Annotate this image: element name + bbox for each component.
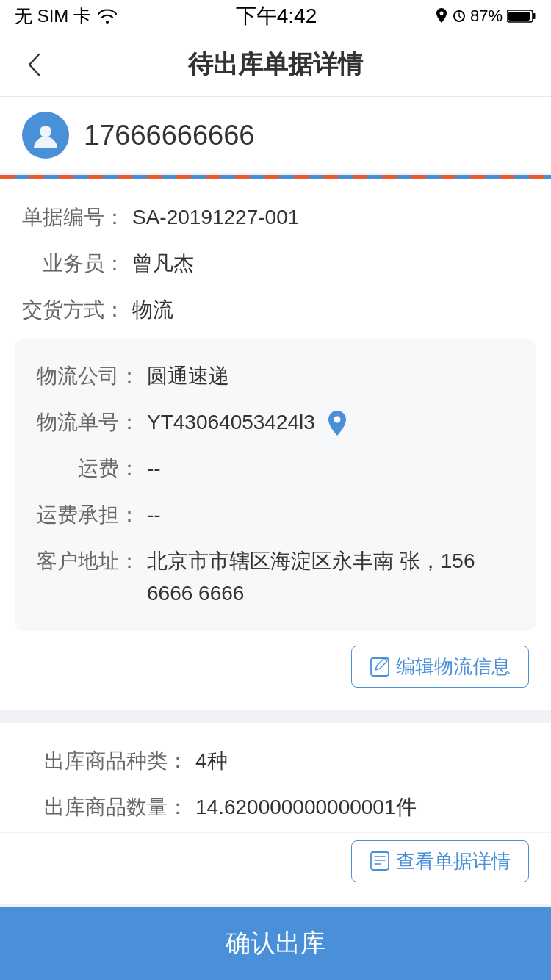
basic-info-section: 单据编号： SA-20191227-001 业务员： 曾凡杰 交货方式： 物流 … xyxy=(0,179,551,710)
svg-rect-8 xyxy=(371,852,389,870)
battery-icon xyxy=(507,9,536,24)
freight-bearer-row: 运费承担： -- xyxy=(37,499,514,532)
svg-point-0 xyxy=(439,12,443,15)
customer-header: 17666666666 xyxy=(0,97,551,173)
salesman-label: 业务员： xyxy=(22,248,125,281)
tracking-value: YT43064053424l3 xyxy=(147,406,514,439)
outbound-quantity-row: 出库商品数量： 14.620000000000001件 xyxy=(22,791,529,824)
outbound-types-value: 4种 xyxy=(195,745,507,778)
delivery-method-label: 交货方式： xyxy=(22,294,125,327)
order-number-label: 单据编号： xyxy=(22,201,125,234)
alarm-icon xyxy=(453,8,466,24)
freight-row: 运费： -- xyxy=(37,453,514,486)
back-button[interactable] xyxy=(18,48,50,81)
outbound-types-row: 出库商品种类： 4种 xyxy=(22,745,529,778)
freight-bearer-label: 运费承担： xyxy=(37,499,140,532)
confirm-outbound-label: 确认出库 xyxy=(226,926,325,960)
outbound-types-label: 出库商品种类： xyxy=(44,745,188,778)
logistics-company-row: 物流公司： 圆通速递 xyxy=(37,360,514,393)
customer-address-label: 客户地址： xyxy=(37,545,140,578)
status-left: 无 SIM 卡 xyxy=(15,4,118,28)
view-details-button[interactable]: 查看单据详情 xyxy=(351,840,529,882)
carrier-text: 无 SIM 卡 xyxy=(15,4,91,28)
battery-text: 87% xyxy=(470,7,503,26)
outbound-quantity-label: 出库商品数量： xyxy=(44,791,188,824)
wifi-icon xyxy=(97,9,118,24)
salesman-value: 曾凡杰 xyxy=(132,248,529,281)
tracking-label: 物流单号： xyxy=(37,406,140,439)
svg-rect-3 xyxy=(533,13,536,19)
freight-label: 运费： xyxy=(37,453,140,486)
gray-divider-1 xyxy=(0,711,551,723)
status-right: 87% xyxy=(435,7,536,26)
freight-value: -- xyxy=(147,453,514,486)
svg-point-5 xyxy=(40,126,51,137)
status-bar: 无 SIM 卡 下午4:42 87% xyxy=(0,0,551,32)
outbound-quantity-value: 14.620000000000001件 xyxy=(195,791,507,824)
view-details-container: 查看单据详情 xyxy=(0,833,551,904)
confirm-outbound-bar[interactable]: 确认出库 xyxy=(0,907,551,980)
logistics-company-label: 物流公司： xyxy=(37,360,140,393)
customer-address-row: 客户地址： 北京市市辖区海淀区永丰南 张，156 6666 6666 xyxy=(37,545,514,611)
outbound-stats-section: 出库商品种类： 4种 出库商品数量： 14.620000000000001件 xyxy=(0,723,551,832)
location-active-icon xyxy=(435,8,448,24)
svg-point-6 xyxy=(334,416,340,422)
svg-rect-4 xyxy=(508,12,530,21)
delivery-method-value: 物流 xyxy=(132,294,529,327)
tracking-location-icon[interactable] xyxy=(324,410,350,436)
delivery-method-row: 交货方式： 物流 xyxy=(0,294,551,327)
logistics-card: 物流公司： 圆通速递 物流单号： YT43064053424l3 运费： -- … xyxy=(15,339,536,631)
freight-bearer-value: -- xyxy=(147,499,514,532)
order-number-row: 单据编号： SA-20191227-001 xyxy=(0,201,551,234)
edit-logistics-button[interactable]: 编辑物流信息 xyxy=(351,646,529,688)
tracking-number-row: 物流单号： YT43064053424l3 xyxy=(37,406,514,439)
status-time: 下午4:42 xyxy=(236,2,317,30)
page-title: 待出库单据详情 xyxy=(188,48,363,82)
logistics-company-value: 圆通速递 xyxy=(147,360,514,393)
edit-logistics-container: 编辑物流信息 xyxy=(0,631,551,695)
customer-phone: 17666666666 xyxy=(84,120,254,151)
order-number-value: SA-20191227-001 xyxy=(132,201,529,234)
svg-rect-7 xyxy=(371,658,389,676)
customer-address-value: 北京市市辖区海淀区永丰南 张，156 6666 6666 xyxy=(147,545,514,611)
nav-bar: 待出库单据详情 xyxy=(0,32,551,97)
edit-logistics-label: 编辑物流信息 xyxy=(396,654,511,680)
avatar xyxy=(22,112,69,159)
salesman-row: 业务员： 曾凡杰 xyxy=(0,248,551,281)
view-details-label: 查看单据详情 xyxy=(396,849,511,874)
